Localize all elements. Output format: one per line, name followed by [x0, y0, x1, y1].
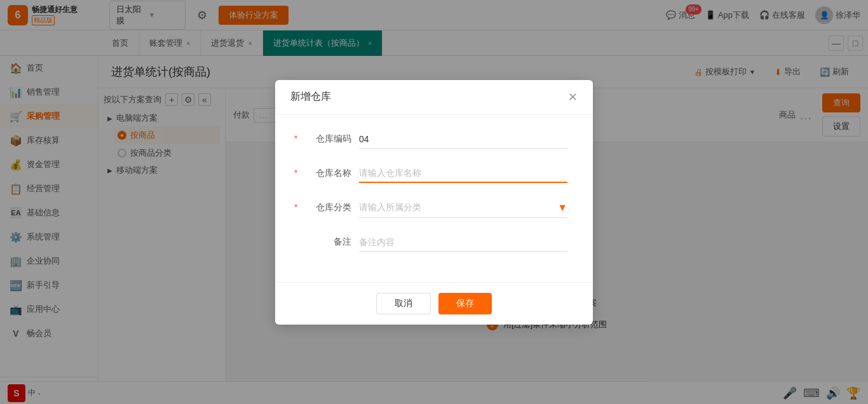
modal-footer: 取消 保存	[275, 282, 593, 325]
category-label: 仓库分类	[301, 202, 351, 213]
form-row-remark: 备注	[301, 233, 567, 252]
form-row-category: 仓库分类 请输入所属分类 ▼	[301, 198, 567, 218]
code-input[interactable]	[359, 130, 567, 149]
form-row-name: 仓库名称	[301, 164, 567, 183]
modal-body: 仓库编码 仓库名称 仓库分类 请输入所属分类 ▼ 备注	[275, 115, 593, 282]
add-warehouse-modal: 新增仓库 ✕ 仓库编码 仓库名称 仓库分类 请输入所属分类 ▼	[275, 80, 593, 325]
category-chevron-icon: ▼	[557, 202, 567, 213]
remark-label: 备注	[301, 236, 351, 248]
code-label: 仓库编码	[301, 133, 351, 145]
modal-overlay: 新增仓库 ✕ 仓库编码 仓库名称 仓库分类 请输入所属分类 ▼	[0, 0, 868, 404]
modal-header: 新增仓库 ✕	[275, 80, 593, 115]
modal-close-button[interactable]: ✕	[568, 90, 578, 104]
name-input[interactable]	[359, 164, 567, 183]
save-button[interactable]: 保存	[438, 293, 492, 314]
name-label: 仓库名称	[301, 168, 351, 179]
category-placeholder: 请输入所属分类	[359, 202, 421, 213]
category-select[interactable]: 请输入所属分类 ▼	[359, 198, 567, 218]
modal-title: 新增仓库	[290, 90, 331, 104]
form-row-code: 仓库编码	[301, 130, 567, 149]
cancel-button[interactable]: 取消	[376, 293, 431, 314]
remark-input[interactable]	[359, 233, 567, 252]
